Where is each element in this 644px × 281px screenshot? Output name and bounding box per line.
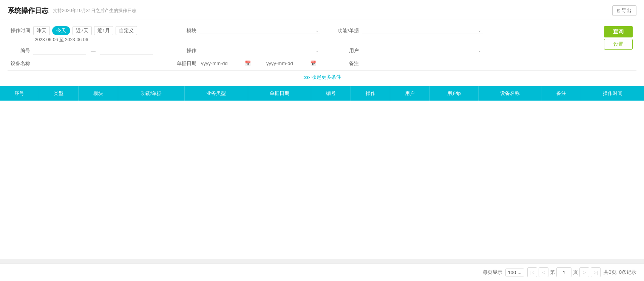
remark-label: 备注 <box>332 60 359 67</box>
calendar-to-icon[interactable]: 📅 <box>310 61 316 66</box>
collapse-icon: ⋙ <box>303 75 310 80</box>
col-0: 序号 <box>0 86 39 101</box>
page-subtitle: 支持2020年10月31日之后产生的操作日志 <box>53 8 136 14</box>
col-2: 模块 <box>79 86 118 101</box>
time-btn-yesterday[interactable]: 昨天 <box>33 26 50 35</box>
settings-button[interactable]: 设置 <box>604 39 633 50</box>
col-11: 备注 <box>542 86 581 101</box>
number-label: 编号 <box>8 47 30 54</box>
date-from-input[interactable] <box>201 61 245 66</box>
page-size-label: 每页显示 <box>483 269 502 276</box>
export-label: 导出 <box>622 7 632 14</box>
export-button[interactable]: ⎘ 导出 <box>612 5 636 16</box>
page-size-value: 100 <box>508 270 516 275</box>
next-page-button[interactable]: > <box>579 267 589 277</box>
page-size-chevron-icon: ⌄ <box>517 270 522 275</box>
page-title: 系统操作日志 <box>8 6 48 15</box>
module-select[interactable]: ⌄ <box>199 27 320 34</box>
collapse-bar: ⋙ 收起更多条件 <box>8 70 636 82</box>
col-4: 业务类型 <box>185 86 248 101</box>
function-label: 功能/单据 <box>332 27 359 34</box>
table-header: 序号类型模块功能/单据业务类型单据日期编号操作用户用户ip设备名称备注操作时间 <box>0 86 644 101</box>
first-page-button[interactable]: |< <box>527 267 537 277</box>
module-chevron-icon: ⌄ <box>315 28 319 33</box>
last-page-button[interactable]: >| <box>591 267 601 277</box>
pagination-nav: |< < 第 页 > >| <box>527 267 601 277</box>
time-btn-custom[interactable]: 自定义 <box>116 26 137 35</box>
time-btn-today[interactable]: 今天 <box>52 26 70 35</box>
time-filter-group: 昨天 今天 近7天 近1月 自定义 <box>33 26 137 35</box>
number-divider: — <box>91 48 96 54</box>
user-label: 用户 <box>332 47 359 54</box>
collapse-button[interactable]: ⋙ 收起更多条件 <box>303 74 341 81</box>
remark-input[interactable] <box>362 60 483 67</box>
pagination-total: 共0页, 0条记录 <box>604 269 636 276</box>
action-buttons: 查询 设置 <box>604 26 633 50</box>
prev-page-button[interactable]: < <box>539 267 548 277</box>
col-9: 用户ip <box>429 86 478 101</box>
time-btn-7days[interactable]: 近7天 <box>73 26 92 35</box>
page-prefix-label: 第 <box>550 269 555 276</box>
col-6: 编号 <box>311 86 351 101</box>
export-icon: ⎘ <box>617 8 620 14</box>
col-7: 操作 <box>351 86 390 101</box>
date-to-wrapper[interactable]: 📅 <box>265 60 318 67</box>
page-unit-label: 页 <box>573 269 578 276</box>
calendar-from-icon[interactable]: 📅 <box>245 61 251 66</box>
voucher-date-range: 📅 — 📅 <box>199 60 318 67</box>
date-range-display: 2023-06-06 至 2023-06-06 <box>35 37 88 42</box>
number-from-input[interactable] <box>33 47 86 54</box>
page-size-select[interactable]: 100 ⌄ <box>505 269 525 276</box>
time-btn-1month[interactable]: 近1月 <box>94 26 113 35</box>
col-10: 设备名称 <box>478 86 542 101</box>
col-5: 单据日期 <box>248 86 311 101</box>
device-label: 设备名称 <box>8 60 30 67</box>
col-8: 用户 <box>390 86 429 101</box>
voucher-date-label: 单据日期 <box>174 60 196 67</box>
scroll-bar[interactable] <box>0 259 644 263</box>
number-to-input[interactable] <box>100 47 153 54</box>
col-3: 功能/单据 <box>118 86 184 101</box>
date-to-input[interactable] <box>266 61 310 66</box>
module-label: 模块 <box>174 27 196 34</box>
pagination-bar: 每页显示 100 ⌄ |< < 第 页 > >| 共0页, 0条记录 <box>0 263 644 281</box>
col-12: 操作时间 <box>581 86 644 101</box>
table-area: 序号类型模块功能/单据业务类型单据日期编号操作用户用户ip设备名称备注操作时间 <box>0 86 644 259</box>
collapse-label: 收起更多条件 <box>312 74 341 81</box>
query-button[interactable]: 查询 <box>604 26 633 37</box>
operation-chevron-icon: ⌄ <box>315 48 319 53</box>
user-select[interactable]: ⌄ <box>362 47 483 54</box>
col-1: 类型 <box>39 86 78 101</box>
function-chevron-icon: ⌄ <box>478 28 481 33</box>
data-table: 序号类型模块功能/单据业务类型单据日期编号操作用户用户ip设备名称备注操作时间 <box>0 86 644 101</box>
current-page-input[interactable] <box>556 267 571 277</box>
date-range-dash: — <box>256 61 261 67</box>
user-chevron-icon: ⌄ <box>478 48 481 53</box>
operation-label: 操作 <box>174 47 196 54</box>
date-from-wrapper[interactable]: 📅 <box>199 60 252 67</box>
function-select[interactable]: ⌄ <box>362 27 483 34</box>
number-range: — <box>33 47 153 54</box>
time-filter-label: 操作时间 <box>8 27 30 34</box>
operation-select[interactable]: ⌄ <box>199 47 320 54</box>
device-input[interactable] <box>33 60 154 67</box>
